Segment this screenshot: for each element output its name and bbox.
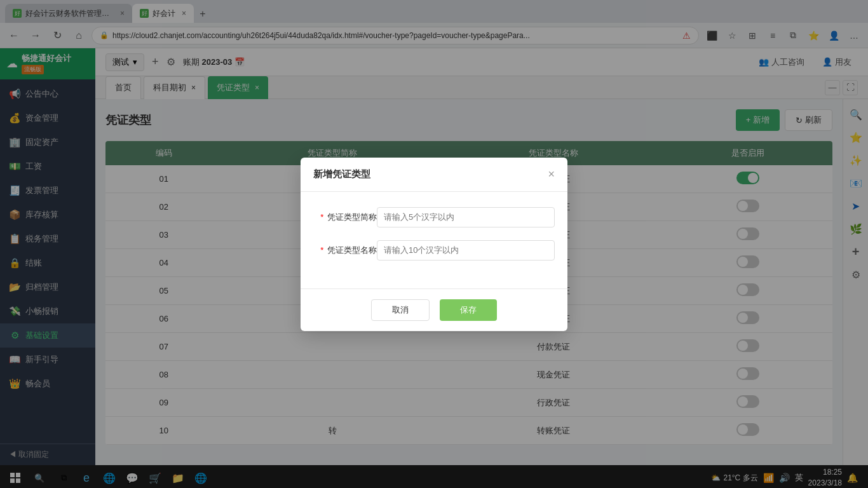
modal-overlay[interactable]: 新增凭证类型 × * 凭证类型简称 * 凭证类型名称 取消 保存 xyxy=(0,0,868,488)
modal-body: * 凭证类型简称 * 凭证类型名称 xyxy=(301,192,567,288)
form-row-name: * 凭证类型名称 xyxy=(313,240,555,261)
name-required-mark: * xyxy=(320,245,323,255)
abbr-required-mark: * xyxy=(320,212,323,222)
modal-close-btn[interactable]: × xyxy=(548,168,555,181)
cancel-button[interactable]: 取消 xyxy=(371,299,430,321)
abbr-label: * 凭证类型简称 xyxy=(313,212,377,223)
name-label: * 凭证类型名称 xyxy=(313,245,377,256)
name-label-text: 凭证类型名称 xyxy=(327,245,377,255)
modal-header: 新增凭证类型 × xyxy=(301,158,567,192)
abbr-label-text: 凭证类型简称 xyxy=(327,212,377,222)
name-input[interactable] xyxy=(377,240,555,261)
add-voucher-type-modal: 新增凭证类型 × * 凭证类型简称 * 凭证类型名称 取消 保存 xyxy=(301,158,567,331)
save-button[interactable]: 保存 xyxy=(440,299,497,321)
abbr-input[interactable] xyxy=(377,207,555,227)
modal-title: 新增凭证类型 xyxy=(313,168,370,180)
form-row-abbr: * 凭证类型简称 xyxy=(313,207,555,227)
modal-footer: 取消 保存 xyxy=(301,288,567,331)
